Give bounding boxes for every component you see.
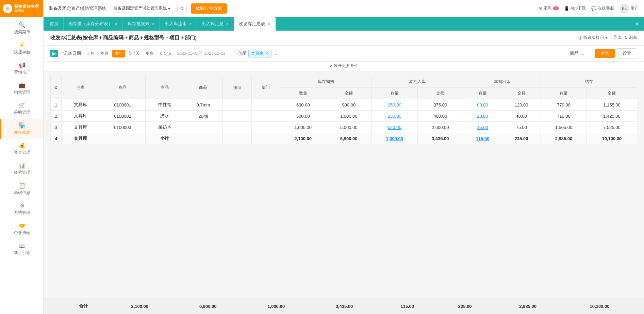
chevron-down-icon: ▾ [168,6,170,11]
row-in-amt: 3,435.00 [417,133,463,144]
row-name: 小计 [146,133,184,144]
tab-close-in-out-flow[interactable]: ✕ [189,22,192,26]
row-out-amt: 235.00 [502,133,541,144]
sidebar-item-finance[interactable]: 💰资金管理 [0,139,43,159]
expand-more-btn[interactable]: ∨ 展开更多条件 [329,63,358,69]
col-settings-header[interactable]: ⚙ [51,76,62,99]
row-code [100,133,146,144]
footer-closing-qty: 2,985.00 [494,301,562,311]
row-dept [251,99,280,111]
export-icon: ↑ [610,35,612,40]
row-warehouse: 文具库 [62,122,100,133]
date-shortcuts: 上月本月本年近7天更多自定义 [84,50,175,57]
messages-btn[interactable]: ✉ 消息 6 [539,5,559,11]
in-qty-link[interactable]: 520.00 [388,125,401,130]
remove-warehouse-btn[interactable]: ✕ [265,51,268,56]
warehouse-more[interactable]: ... [274,51,277,56]
sidebar-item-guide[interactable]: 📖新手引导 [0,239,43,259]
date-btn-本月[interactable]: 本月 [98,50,111,57]
sidebar-item-operations[interactable]: 📊经营管理 [0,159,43,179]
system-icon: ⚙ [20,202,24,209]
sidebar-item-sales[interactable]: 💼销售管理 [0,79,43,99]
date-btn-自定义[interactable]: 自定义 [158,50,175,57]
tab-close-stock-summary[interactable]: ✕ [267,22,270,26]
sidebar-item-system[interactable]: ⚙系统管理 [0,199,43,219]
tab-in-out-summary[interactable]: 出入库汇总✕ [197,17,234,31]
gear-icon[interactable]: ⚙ [54,85,58,90]
row-out-qty: 80.00 [463,99,502,111]
product-more[interactable]: ... [581,51,584,56]
filter-expand-icon[interactable]: ▶ [50,50,58,57]
download-icon: 📱 [564,6,569,11]
date-btn-上月[interactable]: 上月 [84,50,97,57]
system-selector[interactable]: 装备及固定资产辅助管理系统 ▾ [111,4,173,13]
tab-batch-ledger[interactable]: 库存批次账✕ [123,17,160,31]
row-no: 2 [51,111,62,122]
warehouse-tag[interactable]: 文具库 ✕ [248,50,271,57]
content-area: 收发存汇总表(按仓库＋商品编码＋商品＋规格型号＋项目＋部门) 🖨 拆镜版打印 ▾… [44,31,644,314]
warehouse-filter: 仓库 文具库 ✕ ... [237,50,277,57]
col-code-header: 商品 [100,76,146,99]
subtotal-out-qty[interactable]: 115.00 [476,136,490,141]
sidebar-item-label: 新手引导 [14,250,30,256]
date-btn-本年[interactable]: 本年 [112,50,125,57]
query-button[interactable]: 查询 [595,49,615,58]
footer-out-qty: 115.00 [378,301,436,311]
row-in-amt: 2,600.00 [417,122,463,133]
row-opening-amt: 5,000.00 [326,122,372,133]
tab-label-in-out-flow: 出入库流水 [165,21,187,27]
tab-close-batch-ledger[interactable]: ✕ [152,22,155,26]
out-qty-link[interactable]: 80.00 [477,102,488,108]
date-btn-近7天[interactable]: 近7天 [127,50,142,57]
tab-stock-summary[interactable]: 收发存汇总表✕ [234,17,276,31]
tab-close-inventory-dist[interactable]: ✕ [115,22,118,26]
avatar: Ea [620,4,629,13]
inventory-icon: 🏪 [19,122,26,129]
row-name: 胶水 [146,111,184,122]
sidebar-item-label: 采购管理 [14,110,30,115]
out-qty-link[interactable]: 20.00 [477,114,488,119]
print-btn[interactable]: 🖨 拆镜版打印 ▾ [578,35,607,40]
in-qty-link[interactable]: 230.00 [388,114,401,119]
tab-label-stock-summary: 收发存汇总表 [239,21,265,27]
sidebar-item-purchase[interactable]: 🛒采购管理 [0,99,43,119]
table-area: ⚙ 仓库 商品 商品 商品 项目 部门 库存期初 本期入库 本期出库 结存 [44,72,644,298]
export-btn[interactable]: ↑ 导出 [610,35,622,40]
online-service-btn[interactable]: 💬 在线客服 [591,5,614,11]
date-btn-更多[interactable]: 更多 [143,50,156,57]
setting-button[interactable]: 设置 [617,48,637,59]
sidebar-item-inventory[interactable]: 🏪库存核算 [0,119,43,139]
col-dept-header: 部门 [251,76,280,99]
refresh-btn[interactable]: ↻ 刷新 [624,35,637,40]
app-download-btn[interactable]: 📱 App下载 [564,5,586,11]
sidebar-item-search[interactable]: 🔍搜索菜单 [0,18,43,38]
row-opening-amt: 900.00 [326,99,372,111]
row-code: 0100002 [100,111,146,122]
col-opening-header: 库存期初 [280,76,372,88]
tab-close-in-out-summary[interactable]: ✕ [226,22,229,26]
footer-empty [50,301,61,311]
tab-label-home: 首页 [50,21,59,27]
sidebar-item-quick-nav[interactable]: ⚡快捷导航 [0,38,43,59]
col-project-header: 项目 [222,76,251,99]
settings-icon[interactable]: ⚙ [177,4,187,13]
in-qty-link[interactable]: 250.00 [388,102,401,108]
tab-home[interactable]: 首页 [45,17,64,31]
col-spec-header: 商品 [184,76,222,99]
row-in-qty: 1,000.00 [372,133,418,144]
sidebar-item-basic-info[interactable]: 📋基础信息 [0,179,43,199]
row-warehouse: 文具库 [62,99,100,111]
tabbar-close-btn[interactable]: ✕ [631,21,643,27]
tab-in-out-flow[interactable]: 出入库流水✕ [160,17,197,31]
sidebar-item-enterprise[interactable]: 🤝企业协同 [0,219,43,239]
trial-button[interactable]: 体验行业方案 [191,3,227,14]
user-menu[interactable]: Ea 用户 [620,4,639,13]
col-closing-header: 结存 [541,76,637,88]
subtotal-in-qty[interactable]: 1,000.00 [386,136,403,141]
out-qty-link[interactable]: 15.00 [477,125,488,130]
chevron-down-icon: ∨ [329,64,332,68]
sidebar-item-marketing[interactable]: 📢营销推广 [0,59,43,79]
tab-inventory-dist[interactable]: 现存量（库存分布表）✕ [64,17,123,31]
col-out-header: 本期出库 [463,76,541,88]
tab-label-inventory-dist: 现存量（库存分布表） [68,21,113,27]
